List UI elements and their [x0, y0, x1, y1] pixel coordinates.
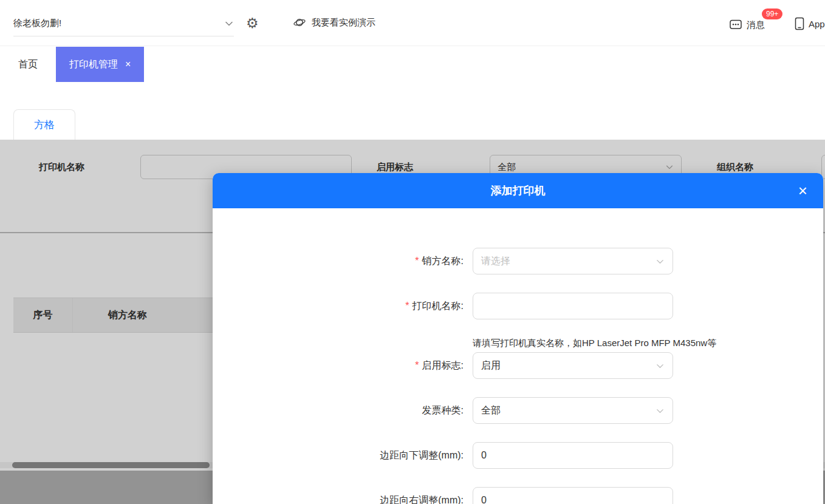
- printer-name-helper-text: 请填写打印机真实名称，如HP LaserJet Pro MFP M435nw等: [473, 338, 673, 349]
- form-row-margin-down: 边距向下调整(mm):: [213, 442, 823, 469]
- required-mark: *: [415, 360, 419, 371]
- form-row-enable-flag: * 启用标志: 请填写打印机真实名称，如HP LaserJet Pro MFP …: [213, 338, 823, 379]
- demo-link-label: 我要看实例演示: [312, 17, 375, 29]
- messages-button[interactable]: 消息 99+: [729, 18, 765, 32]
- chevron-down-icon: [656, 257, 665, 266]
- modal-body: * 销方名称: 请选择 * 打印机名称:: [213, 208, 823, 504]
- messages-badge: 99+: [762, 9, 782, 19]
- chevron-down-icon: [656, 361, 665, 370]
- account-select[interactable]: 徐老板勿删!: [13, 11, 234, 36]
- enable-flag-modal-value: 启用: [481, 359, 501, 372]
- seller-name-select[interactable]: 请选择: [473, 248, 673, 274]
- required-mark: *: [415, 256, 419, 267]
- margin-down-label: 边距向下调整(mm):: [213, 442, 473, 469]
- form-row-printer-name: * 打印机名称:: [213, 293, 823, 319]
- gear-icon[interactable]: ⚙: [246, 16, 259, 30]
- account-select-value: 徐老板勿删!: [13, 18, 61, 29]
- sub-tab-bar: 方格: [0, 82, 825, 140]
- enable-flag-modal-select[interactable]: 启用: [473, 352, 673, 379]
- main-tab-bar: 首页 打印机管理 ×: [0, 47, 825, 82]
- add-printer-modal: 添加打印机 × * 销方名称: 请选择 *: [213, 173, 823, 504]
- tab-close-icon[interactable]: ×: [125, 60, 131, 69]
- tab-printer-management[interactable]: 打印机管理 ×: [56, 47, 144, 82]
- chevron-down-icon: [656, 406, 665, 415]
- form-row-margin-right: 边距向右调整(mm):: [213, 487, 823, 504]
- message-icon: [729, 18, 742, 32]
- topbar: 徐老板勿删! ⚙ 我要看实例演示 消息 99+ App: [0, 0, 825, 46]
- demo-link[interactable]: 我要看实例演示: [293, 16, 375, 29]
- close-icon[interactable]: ×: [798, 183, 807, 199]
- enable-flag-modal-label: * 启用标志:: [213, 352, 473, 379]
- seller-name-label: * 销方名称:: [213, 248, 473, 274]
- app-label: App: [809, 19, 825, 29]
- invoice-type-label: 发票种类:: [213, 397, 473, 424]
- margin-right-input[interactable]: [473, 487, 673, 504]
- form-row-seller-name: * 销方名称: 请选择: [213, 248, 823, 274]
- app-button[interactable]: App: [793, 17, 825, 30]
- tab-grid-view[interactable]: 方格: [13, 109, 75, 140]
- screen: 徐老板勿删! ⚙ 我要看实例演示 消息 99+ App: [0, 0, 825, 504]
- invoice-type-value: 全部: [481, 404, 501, 417]
- required-mark: *: [405, 301, 409, 312]
- modal-title: 添加打印机: [491, 183, 546, 198]
- messages-label: 消息: [747, 19, 765, 31]
- modal-header: 添加打印机 ×: [213, 173, 823, 208]
- invoice-type-select[interactable]: 全部: [473, 397, 673, 424]
- form-row-invoice-type: 发票种类: 全部: [213, 397, 823, 424]
- printer-name-modal-label: * 打印机名称:: [213, 293, 473, 319]
- chevron-down-icon: [224, 19, 234, 29]
- seller-name-placeholder: 请选择: [481, 255, 510, 268]
- tab-home[interactable]: 首页: [0, 47, 56, 82]
- app-phone-icon: [793, 17, 806, 30]
- demo-planet-icon: [293, 16, 306, 29]
- margin-down-input[interactable]: [473, 442, 673, 469]
- tab-printer-management-label: 打印机管理: [69, 58, 118, 71]
- margin-right-label: 边距向右调整(mm):: [213, 487, 473, 504]
- printer-name-modal-input[interactable]: [473, 293, 673, 319]
